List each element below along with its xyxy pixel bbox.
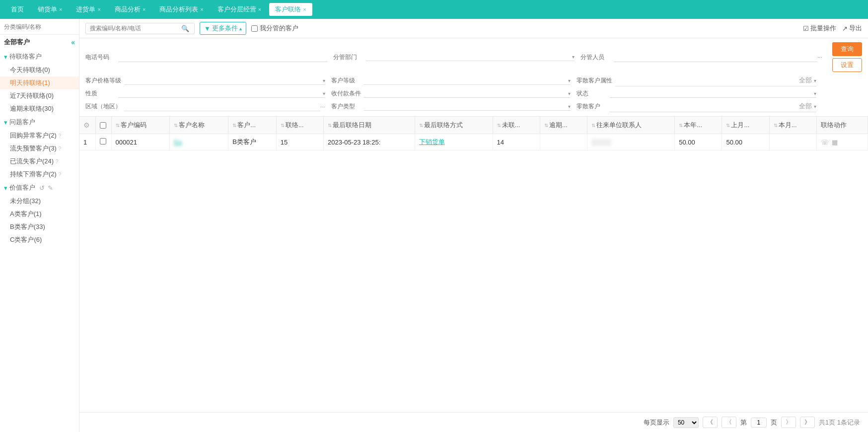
filter-btn[interactable]: ▼ 更多条件 ▴ xyxy=(200,22,246,35)
batch-op-btn[interactable]: ☑ 批量操作 xyxy=(803,24,836,33)
nav-customer-contact-close[interactable]: × xyxy=(303,6,306,12)
search-icon[interactable]: 🔍 xyxy=(181,25,189,32)
top-navigation: 首页 销货单 × 进货单 × 商品分析 × 商品分析列表 × 客户分层经营 × … xyxy=(0,0,868,19)
filter-dept-select[interactable]: ▾ xyxy=(366,53,575,61)
nav-product-analysis-close[interactable]: × xyxy=(143,6,145,12)
my-customers-checkbox[interactable] xyxy=(251,25,258,32)
nav-product-list[interactable]: 商品分析列表 × xyxy=(153,3,209,16)
customer-code: 000021 xyxy=(116,139,137,146)
problem-group-triangle: ▾ xyxy=(4,119,7,126)
nav-purchase[interactable]: 进货单 × xyxy=(70,3,106,16)
sidebar-item-7days[interactable]: 近7天待联络(0) xyxy=(0,89,79,102)
sidebar-all-customers[interactable]: 全部客户 « xyxy=(0,35,79,50)
filter-type-select[interactable]: ▾ xyxy=(364,103,571,111)
pending-group-label: 待联络客户 xyxy=(9,52,42,61)
nav-customer-contact-label: 客户联络 xyxy=(275,5,301,14)
sidebar-item-tomorrow[interactable]: 明天待联络(1) xyxy=(0,76,79,89)
nav-customer-contact[interactable]: 客户联络 × xyxy=(269,3,312,16)
last-page-btn[interactable]: 》 xyxy=(800,417,815,428)
filter-row-1: 电话号码 分管部门 ▾ 分管人员 ··· 查询 设置 xyxy=(85,42,862,72)
th-name-sort-icon: ⇅ xyxy=(174,123,178,128)
total-text: 共1页 1条记录 xyxy=(819,418,860,427)
nav-product-list-close[interactable]: × xyxy=(200,6,203,12)
sidebar-group-problem[interactable]: ▾ 问题客户 xyxy=(0,115,79,129)
filter-retail-customer-dropdown-icon: ▾ xyxy=(814,104,816,109)
td-uncontact: 14 xyxy=(493,134,540,150)
sidebar-item-today[interactable]: 今天待联络(0) xyxy=(0,64,79,76)
th-actions-label: 联络动作 xyxy=(821,121,847,130)
nav-sales[interactable]: 销货单 × xyxy=(32,3,68,16)
sidebar-group-pending[interactable]: ▾ 待联络客户 xyxy=(0,50,79,64)
filter-region-dots[interactable]: ··· xyxy=(320,103,325,110)
filter-retail-attr-label: 零散客户属性 xyxy=(577,76,612,85)
filter-phone-input[interactable] xyxy=(118,53,327,62)
page-label: 第 xyxy=(740,418,747,427)
th-related-label: 往来单位联系人 xyxy=(596,121,642,130)
filter-retail-attr-select[interactable]: 全部 ▾ xyxy=(615,75,816,86)
sidebar-collapse-icon[interactable]: « xyxy=(71,38,75,46)
sidebar-item-overdue[interactable]: 逾期未联络(30) xyxy=(0,102,79,115)
page-end-label: 页 xyxy=(771,418,777,427)
sidebar-item-declining[interactable]: 持续下滑客户(2) ? xyxy=(0,168,79,181)
filter-retail-customer-label: 零散客户 xyxy=(577,102,606,111)
sidebar-item-classA[interactable]: A类客户(1) xyxy=(0,208,79,220)
nav-purchase-close[interactable]: × xyxy=(97,6,100,12)
right-actions: ☑ 批量操作 ↗ 导出 xyxy=(803,24,862,33)
page-size-select[interactable]: 50 10 20 100 xyxy=(673,417,699,428)
td-code: 000021 xyxy=(111,134,170,150)
tip-icon-4: ? xyxy=(58,171,61,177)
nav-customer-tier-close[interactable]: × xyxy=(258,6,261,12)
search-bar: 🔍 ▼ 更多条件 ▴ 我分管的客户 ☑ 批量操作 ↗ 导出 xyxy=(79,19,868,38)
set-button[interactable]: 设置 xyxy=(832,58,862,72)
nav-product-analysis[interactable]: 商品分析 × xyxy=(109,3,151,16)
row-checkbox[interactable] xyxy=(100,138,106,144)
filter-nature-select[interactable]: ▾ xyxy=(118,90,325,98)
table-area: ⚙ ⇅ 客户编码 xyxy=(79,117,868,412)
filter-region-input[interactable] xyxy=(124,102,320,111)
td-last-month: 50.00 xyxy=(722,134,769,150)
nav-home[interactable]: 首页 xyxy=(5,3,30,16)
sidebar-item-classB[interactable]: B类客户(33) xyxy=(0,220,79,233)
sidebar-item-lostwarning[interactable]: 流失预警客户(3) ? xyxy=(0,142,79,155)
sidebar-item-repurchase-abnormal[interactable]: 回购异常客户(2) ? xyxy=(0,129,79,142)
filter-customer-grade-select[interactable]: ▾ xyxy=(364,77,571,85)
filter-status-select[interactable]: ▾ xyxy=(609,90,816,98)
gear-icon[interactable]: ⚙ xyxy=(83,121,90,129)
customer-name[interactable]: Ea xyxy=(174,139,182,146)
filter-payment-select[interactable]: ▾ xyxy=(364,90,571,98)
filter-person-input[interactable] xyxy=(613,53,817,62)
sidebar-item-lost-label: 已流失客户(24) xyxy=(10,157,54,165)
search-input[interactable] xyxy=(90,25,179,32)
row-action-phone-icon[interactable]: ☏ xyxy=(821,139,829,146)
filter-price-grade-select[interactable]: ▾ xyxy=(124,77,325,85)
current-page-input[interactable] xyxy=(751,418,767,428)
first-page-btn[interactable]: 《 xyxy=(703,417,718,428)
nav-customer-tier[interactable]: 客户分层经营 × xyxy=(212,3,267,16)
value-group-refresh-icon[interactable]: ↺ xyxy=(39,184,45,192)
th-uncontact: ⇅ 未联... xyxy=(493,117,540,134)
my-customers-checkbox-label[interactable]: 我分管的客户 xyxy=(251,24,298,33)
select-all-checkbox[interactable] xyxy=(100,122,106,129)
th-type-label: 客户... xyxy=(237,121,256,130)
filter-type-dropdown-icon: ▾ xyxy=(568,104,571,109)
sidebar-item-unclassified[interactable]: 未分组(32) xyxy=(0,195,79,208)
filter-retail-customer-select[interactable]: 全部 ▾ xyxy=(609,101,816,112)
nav-sales-close[interactable]: × xyxy=(59,6,62,12)
sidebar-group-value[interactable]: ▾ 价值客户 ↺ ✎ xyxy=(0,181,79,195)
query-button[interactable]: 查询 xyxy=(832,42,862,56)
sidebar-item-lostwarning-label: 流失预警客户(3) xyxy=(10,144,57,152)
nav-purchase-label: 进货单 xyxy=(76,5,95,14)
next-page-btn[interactable]: 〉 xyxy=(781,417,796,428)
export-btn[interactable]: ↗ 导出 xyxy=(842,24,862,33)
filter-dept-dropdown-icon: ▾ xyxy=(572,54,575,60)
filter-person-dots[interactable]: ··· xyxy=(817,54,822,61)
td-overdue xyxy=(540,134,587,150)
row-action-grid-icon[interactable]: ▦ xyxy=(832,139,838,146)
prev-page-btn[interactable]: 〈 xyxy=(722,417,736,428)
sidebar-item-classC[interactable]: C类客户(6) xyxy=(0,233,79,246)
last-contact-method[interactable]: 下销货单 xyxy=(419,138,445,145)
filter-retail-attr-dropdown-icon: ▾ xyxy=(814,78,816,83)
value-group-edit-icon[interactable]: ✎ xyxy=(48,184,53,192)
sidebar-item-lost[interactable]: 已流失客户(24) ? xyxy=(0,155,79,168)
sidebar-search-input[interactable] xyxy=(4,23,78,30)
